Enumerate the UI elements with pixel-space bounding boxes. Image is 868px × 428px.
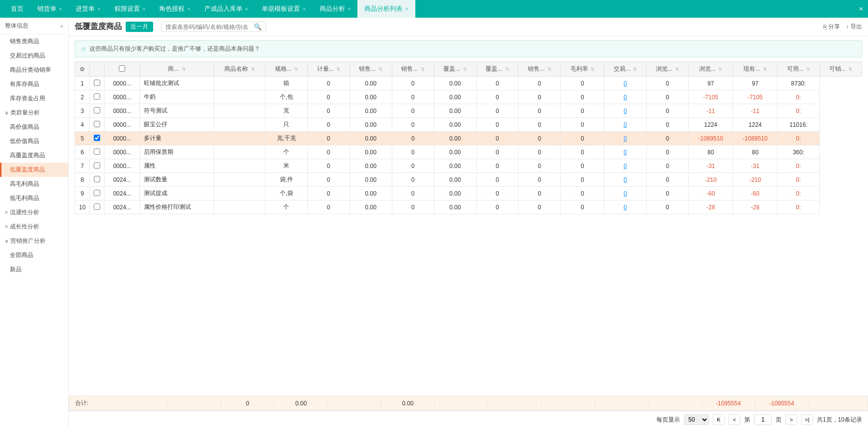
th-available[interactable]: 可用... ⇅ bbox=[777, 62, 819, 77]
row-checkbox[interactable] bbox=[90, 90, 105, 104]
sidebar-header[interactable]: 整体信息 « bbox=[0, 18, 68, 34]
sidebar-item-low-margin[interactable]: 低毛利商品 bbox=[0, 191, 68, 205]
row-browse1[interactable]: 0 bbox=[604, 132, 647, 145]
th-name[interactable]: 商品名称 ⇅ bbox=[214, 62, 266, 77]
close-purchase-icon[interactable]: × bbox=[97, 6, 100, 12]
th-trade[interactable]: 交易... ⇅ bbox=[604, 62, 647, 77]
row-checkbox[interactable] bbox=[90, 200, 105, 214]
th-unit[interactable]: 计量... ⇅ bbox=[307, 62, 350, 77]
sidebar-section-circulation[interactable]: > 流通性分析 bbox=[0, 205, 68, 220]
close-all-tabs-button[interactable]: × bbox=[859, 5, 863, 13]
th-spec[interactable]: 规格... ⇅ bbox=[265, 62, 307, 77]
th-cover1[interactable]: 覆盖... ⇅ bbox=[434, 62, 476, 77]
table-wrapper[interactable]: ⚙ 商... ⇅ 商品名称 ⇅ 规格... ⇅ 计量... ⇅ 销售... ⇅ … bbox=[75, 61, 862, 396]
row-browse1[interactable]: 0 bbox=[604, 187, 647, 200]
th-sellable[interactable]: 可销... ⇅ bbox=[819, 62, 862, 77]
sidebar-item-new-goods[interactable]: 新品 bbox=[0, 262, 68, 277]
row-browse1[interactable]: 0 bbox=[604, 77, 647, 90]
close-product-in-icon[interactable]: × bbox=[245, 6, 248, 12]
row-checkbox[interactable] bbox=[90, 132, 105, 145]
row-checkbox[interactable] bbox=[90, 173, 105, 187]
nav-role[interactable]: 角色授权 × bbox=[152, 0, 197, 18]
th-gross-rate[interactable]: 毛利率 ⇅ bbox=[561, 62, 604, 77]
nav-product-in[interactable]: 产成品入库单 × bbox=[197, 0, 255, 18]
row-current: -28 bbox=[688, 200, 732, 214]
sidebar-item-low-value[interactable]: 低价值商品 bbox=[0, 134, 68, 148]
close-sales-order-icon[interactable]: × bbox=[59, 6, 62, 12]
row-checkbox[interactable] bbox=[90, 104, 105, 118]
sidebar-item-high-value[interactable]: 高价值商品 bbox=[0, 120, 68, 134]
th-sales2[interactable]: 销售... ⇅ bbox=[392, 62, 434, 77]
row-sales2: 0.00 bbox=[350, 145, 392, 159]
row-checkbox[interactable] bbox=[90, 118, 105, 132]
row-checkbox[interactable] bbox=[90, 159, 105, 173]
nav-goods-analysis-list[interactable]: 商品分析列表 × bbox=[357, 0, 415, 18]
th-settings[interactable]: ⚙ bbox=[75, 62, 90, 77]
search-icon[interactable]: 🔍 bbox=[254, 23, 262, 30]
export-button[interactable]: ↑ 导出 bbox=[846, 23, 862, 31]
row-cover2: 0.00 bbox=[434, 187, 476, 200]
sidebar-item-high-margin[interactable]: 高毛利商品 bbox=[0, 177, 68, 191]
row-sellable: 0: bbox=[777, 173, 819, 187]
th-browse2[interactable]: 浏览... ⇅ bbox=[688, 62, 732, 77]
nav-permission[interactable]: 权限设置 × bbox=[108, 0, 152, 18]
select-all-checkbox[interactable] bbox=[119, 65, 125, 72]
sidebar-collapse-icon[interactable]: « bbox=[60, 23, 63, 29]
sidebar-section-marketing[interactable]: ∨ 营销推广分析 bbox=[0, 234, 68, 248]
nav-purchase[interactable]: 进货单 × bbox=[69, 0, 107, 18]
page-size-select[interactable]: 50 100 200 bbox=[684, 414, 709, 425]
row-browse1[interactable]: 0 bbox=[604, 159, 647, 173]
row-browse1[interactable]: 0 bbox=[604, 90, 647, 104]
sidebar-item-high-coverage[interactable]: 高覆盖度商品 bbox=[0, 148, 68, 163]
th-browse1[interactable]: 浏览... ⇅ bbox=[647, 62, 689, 77]
sidebar-item-traded-goods[interactable]: 交易过的商品 bbox=[0, 49, 68, 63]
close-goods-list-icon[interactable]: × bbox=[405, 6, 408, 12]
page-number-input[interactable] bbox=[754, 414, 772, 425]
share-button[interactable]: ⎘ 分享 bbox=[823, 23, 840, 31]
row-checkbox[interactable] bbox=[90, 187, 105, 200]
sidebar-section-group-analysis[interactable]: ∨ 类群量分析 bbox=[0, 106, 68, 120]
row-checkbox[interactable] bbox=[90, 145, 105, 159]
close-permission-icon[interactable]: × bbox=[142, 6, 145, 12]
next-page-button[interactable]: > bbox=[786, 414, 797, 425]
row-checkbox[interactable] bbox=[90, 77, 105, 90]
sidebar-section-growth[interactable]: > 成长性分析 bbox=[0, 220, 68, 234]
row-cover1: 0 bbox=[392, 173, 434, 187]
row-current: -11 bbox=[688, 104, 732, 118]
row-browse1[interactable]: 0 bbox=[604, 118, 647, 132]
first-page-button[interactable]: K bbox=[713, 414, 725, 425]
row-browse1[interactable]: 0 bbox=[604, 104, 647, 118]
sidebar-item-stock-capital[interactable]: 库存资金占用 bbox=[0, 91, 68, 106]
main-layout: 整体信息 « 销售类商品 交易过的商品 商品分类动销率 有库存商品 库存资金占用… bbox=[0, 18, 868, 428]
prev-page-button[interactable]: < bbox=[729, 414, 740, 425]
row-browse1[interactable]: 0 bbox=[604, 145, 647, 159]
nav-template[interactable]: 单据模板设置 × bbox=[255, 0, 312, 18]
row-browse1[interactable]: 0 bbox=[604, 200, 647, 214]
nav-sales-order[interactable]: 销货单 × bbox=[30, 0, 69, 18]
section-circulation-icon: > bbox=[5, 210, 8, 215]
th-cover2[interactable]: 覆盖... ⇅ bbox=[476, 62, 518, 77]
row-sales3: 0 bbox=[476, 77, 518, 90]
sidebar-item-sales-goods[interactable]: 销售类商品 bbox=[0, 34, 68, 49]
close-role-icon[interactable]: × bbox=[187, 6, 190, 12]
th-code[interactable]: 商... ⇅ bbox=[140, 62, 214, 77]
close-goods-analysis-icon[interactable]: × bbox=[348, 6, 351, 12]
nav-goods-analysis[interactable]: 商品分析 × bbox=[313, 0, 357, 18]
sidebar-item-in-stock[interactable]: 有库存商品 bbox=[0, 77, 68, 91]
sidebar-item-low-coverage[interactable]: 低覆盖度商品 bbox=[0, 163, 68, 177]
sidebar-item-category-rate[interactable]: 商品分类动销率 bbox=[0, 63, 68, 77]
row-available: -28 bbox=[733, 200, 777, 214]
th-sales1[interactable]: 销售... ⇅ bbox=[350, 62, 392, 77]
sidebar-item-all-goods[interactable]: 全部商品 bbox=[0, 248, 68, 262]
row-sales1: 0 bbox=[307, 173, 350, 187]
close-template-icon[interactable]: × bbox=[302, 6, 305, 12]
row-browse1[interactable]: 0 bbox=[604, 173, 647, 187]
row-seq: 5 bbox=[75, 132, 90, 145]
search-input[interactable] bbox=[165, 24, 254, 30]
th-sales3[interactable]: 销售... ⇅ bbox=[518, 62, 561, 77]
time-filter-button[interactable]: 近一月 bbox=[126, 22, 153, 32]
th-current[interactable]: 现有... ⇅ bbox=[733, 62, 777, 77]
th-checkbox[interactable] bbox=[105, 62, 140, 77]
nav-home[interactable]: 首页 bbox=[4, 0, 30, 18]
last-page-button[interactable]: >| bbox=[801, 414, 813, 425]
